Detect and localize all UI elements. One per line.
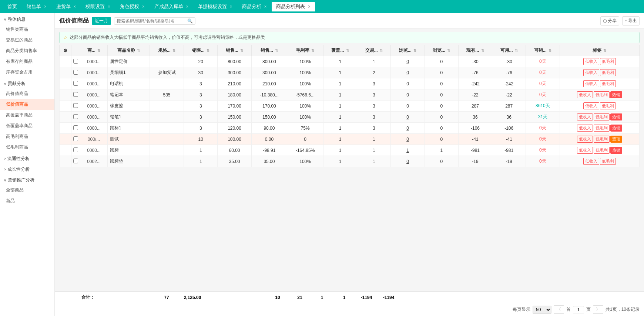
stock1-col-header[interactable]: 现有... ⇅	[458, 45, 492, 56]
sidebar-group-marketing[interactable]: ∨ 营销推广分析	[0, 174, 54, 185]
checkbox-cell[interactable]	[71, 78, 80, 89]
sale2-col-header[interactable]: 销售... ⇅	[218, 45, 251, 56]
browse-link[interactable]: 0	[406, 137, 409, 142]
browse1-cell[interactable]: 1	[391, 145, 425, 156]
row-checkbox[interactable]	[73, 147, 78, 152]
search-icon[interactable]: 🔍	[187, 18, 193, 24]
close-icon[interactable]: ×	[108, 4, 110, 9]
browse-link[interactable]: 0	[406, 81, 409, 86]
browse-link[interactable]: 0	[406, 126, 409, 131]
sidebar-group-overall[interactable]: ∨ 整体信息	[0, 13, 54, 24]
browse-link[interactable]: 0	[406, 159, 409, 164]
checkbox-cell[interactable]	[71, 56, 80, 67]
sidebar-group-circulation[interactable]: > 流通性分析	[0, 153, 54, 163]
nav-role-auth[interactable]: 角色授权 ×	[115, 2, 149, 11]
row-checkbox[interactable]	[73, 103, 78, 108]
share-button[interactable]: ⬡ 分享	[600, 16, 619, 26]
nav-sales[interactable]: 销售单 ×	[22, 2, 51, 11]
sidebar-item-inventory-products[interactable]: 有库存的商品	[0, 56, 54, 67]
browse1-cell[interactable]: 0	[391, 56, 425, 67]
sidebar-item-traded-products[interactable]: 交易过的商品	[0, 35, 54, 45]
browse2-col-header[interactable]: 浏览... ⇅	[425, 45, 458, 56]
close-icon[interactable]: ×	[230, 4, 232, 9]
browse-link[interactable]: 0	[406, 103, 409, 109]
sidebar-group-contribution[interactable]: ∨ 贡献分析	[0, 78, 54, 88]
browse1-cell[interactable]: 0	[391, 67, 425, 78]
code-col-header[interactable]: 商... ⇅	[80, 45, 108, 56]
row-checkbox[interactable]	[73, 125, 78, 130]
spec-col-header[interactable]: 规格... ⇅	[150, 45, 184, 56]
checkbox-cell[interactable]	[71, 134, 80, 145]
row-checkbox[interactable]	[73, 136, 78, 141]
nav-permissions[interactable]: 权限设置 ×	[81, 2, 115, 11]
tags-col-header[interactable]: 标签 ⇅	[560, 45, 639, 56]
checkbox-cell[interactable]	[71, 67, 80, 78]
sale1-col-header[interactable]: 销售... ⇅	[184, 45, 218, 56]
sidebar-item-low-margin[interactable]: 低毛利商品	[0, 142, 54, 153]
sidebar-item-low-coverage[interactable]: 低覆盖率商品	[0, 120, 54, 131]
sidebar-item-all-products[interactable]: 全部商品	[0, 185, 54, 196]
sidebar-item-new-products[interactable]: 新品	[0, 196, 54, 206]
browse1-col-header[interactable]: 浏览... ⇅	[391, 45, 425, 56]
row-checkbox[interactable]	[73, 81, 78, 86]
browse-link[interactable]: 0	[406, 115, 409, 120]
browse1-cell[interactable]: 0	[391, 112, 425, 123]
browse1-cell[interactable]: 0	[391, 156, 425, 167]
stock2-col-header[interactable]: 可用... ⇅	[492, 45, 526, 56]
row-checkbox[interactable]	[73, 159, 78, 163]
close-icon[interactable]: ×	[73, 4, 76, 9]
checkbox-cell[interactable]	[71, 123, 80, 134]
sale3-col-header[interactable]: 销售... ⇅	[251, 45, 287, 56]
nav-product-analysis[interactable]: 商品分析 ×	[238, 2, 271, 11]
nav-home[interactable]: 首页	[3, 2, 21, 11]
browse1-cell[interactable]: 0	[391, 89, 425, 101]
checkbox-cell[interactable]	[71, 112, 80, 123]
cover-col-header[interactable]: 覆盖... ⇅	[323, 45, 357, 56]
sidebar-item-high-margin[interactable]: 高毛利商品	[0, 131, 54, 142]
nav-template-settings[interactable]: 单据模板设置 ×	[194, 2, 237, 11]
close-icon[interactable]: ×	[186, 4, 188, 9]
checkbox-cell[interactable]	[71, 156, 80, 167]
browse-link[interactable]: 0	[406, 92, 409, 98]
sidebar-item-high-value[interactable]: 高价值商品	[0, 88, 54, 99]
sidebar-group-growth[interactable]: > 成长性分析	[0, 163, 54, 174]
row-checkbox[interactable]	[73, 59, 78, 64]
export-button[interactable]: ↑ 导出	[622, 16, 640, 26]
name-col-header[interactable]: 商品名称 ⇅	[107, 45, 150, 56]
browse1-cell[interactable]: 0	[391, 78, 425, 89]
page-number-input[interactable]	[573, 306, 584, 313]
trade-col-header[interactable]: 交易... ⇅	[357, 45, 391, 56]
browse1-cell[interactable]: 0	[391, 123, 425, 134]
checkbox-cell[interactable]	[71, 145, 80, 156]
settings-col-header[interactable]: ⚙	[60, 45, 71, 56]
first-page-button[interactable]: 〈	[554, 305, 564, 314]
nav-purchase[interactable]: 进货单 ×	[52, 2, 81, 11]
page-size-select[interactable]: 50 100 200	[533, 306, 551, 314]
stock3-col-header[interactable]: 可销... ⇅	[526, 45, 560, 56]
browse1-cell[interactable]: 0	[391, 101, 425, 112]
period-button[interactable]: 近一月	[92, 17, 111, 25]
sidebar-item-category-sales[interactable]: 商品分类销售率	[0, 45, 54, 56]
close-icon[interactable]: ×	[308, 4, 311, 9]
search-input[interactable]	[117, 18, 186, 24]
checkbox-cell[interactable]	[71, 101, 80, 112]
nav-product-entry[interactable]: 产成品入库单 ×	[150, 2, 193, 11]
browse-link[interactable]: 1	[406, 148, 409, 153]
sidebar-item-high-coverage[interactable]: 高覆盖率商品	[0, 110, 54, 120]
close-icon[interactable]: ×	[142, 4, 145, 9]
close-icon[interactable]: ×	[264, 4, 266, 9]
browse-link[interactable]: 0	[406, 59, 409, 64]
row-checkbox[interactable]	[73, 70, 78, 75]
close-icon[interactable]: ×	[44, 4, 47, 9]
browse-link[interactable]: 0	[406, 70, 409, 75]
sidebar-item-inventory-capital[interactable]: 库存资金占用	[0, 67, 54, 78]
next-page-button[interactable]: 〉	[593, 305, 603, 314]
margin-col-header[interactable]: 毛利率 ⇅	[287, 45, 323, 56]
browse1-cell[interactable]: 0	[391, 134, 425, 145]
sidebar-item-sales-products[interactable]: 销售类商品	[0, 24, 54, 35]
row-checkbox[interactable]	[73, 114, 78, 119]
sidebar-item-low-value[interactable]: 低价值商品	[0, 99, 54, 110]
nav-product-analysis-list[interactable]: 商品分析列表 ×	[272, 2, 315, 11]
row-checkbox[interactable]	[73, 92, 78, 97]
checkbox-cell[interactable]	[71, 89, 80, 101]
